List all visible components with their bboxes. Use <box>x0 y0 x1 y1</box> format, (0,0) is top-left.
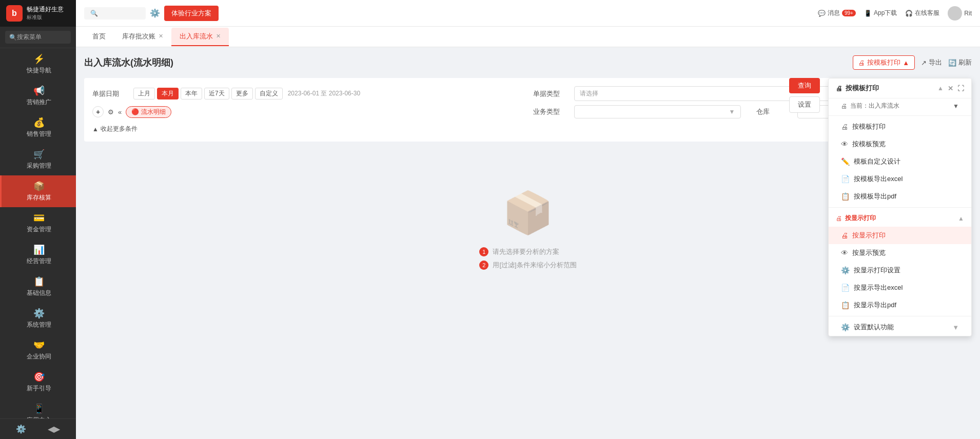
query-button[interactable]: 查询 <box>789 78 820 93</box>
topbar-right: 💬 消息 99+ 📱 App下载 🎧 在线客服 Rit <box>818 6 972 21</box>
sidebar-item-label: 企业协同 <box>27 352 51 361</box>
topbar: 🔍 ⚙️ 体验行业方案 💬 消息 99+ 📱 App下载 🎧 在线客服 <box>76 0 980 27</box>
print-chevron-up-icon: ▲ <box>903 59 909 67</box>
online-service-btn[interactable]: 🎧 在线客服 <box>905 9 939 17</box>
collapse-up-icon: ▲ <box>92 126 99 133</box>
sidebar-item-newbie[interactable]: 🎯 新手引导 <box>0 366 76 398</box>
display-export-excel-item[interactable]: 📄 按显示导出excel <box>829 279 971 296</box>
dropdown-close-icon[interactable]: ✕ <box>948 85 953 92</box>
display-print-item[interactable]: 🖨 按显示打印 <box>829 227 971 244</box>
export-button[interactable]: ↗ 导出 <box>921 58 942 67</box>
page-header: 出入库流水(流水明细) 🖨 按模板打印 ▲ ↗ 导出 🔄 刷新 <box>84 55 972 70</box>
divider-3 <box>829 316 971 316</box>
tab-flow[interactable]: 出入库流水 ✕ <box>171 28 229 46</box>
display-pdf-label: 按显示导出pdf <box>854 301 896 310</box>
sidebar-item-label: 快捷导航 <box>27 66 51 75</box>
biz-type-select[interactable]: ▼ <box>574 105 741 118</box>
sidebar-item-sales[interactable]: 💰 销售管理 <box>0 112 76 144</box>
finance-icon: 💳 <box>33 212 45 224</box>
appstore-icon: 📱 <box>33 403 45 414</box>
settings-bottom-icon[interactable]: ⚙️ <box>16 424 26 434</box>
tabs-bar: 首页 库存批次账 ✕ 出入库流水 ✕ <box>76 27 980 47</box>
sidebar-item-label: 经营管理 <box>27 257 51 266</box>
trial-button[interactable]: 体验行业方案 <box>164 6 219 21</box>
sidebar-bottom: ⚙️ ◀▶ <box>0 418 76 439</box>
sidebar-item-label: 库存核算 <box>27 193 51 202</box>
display-section-chevron[interactable]: ▲ <box>958 215 964 222</box>
collapse-sidebar-icon[interactable]: ◀▶ <box>48 424 60 434</box>
tab-home[interactable]: 首页 <box>84 28 114 46</box>
template-preview-item[interactable]: 👁 按模板预览 <box>829 135 971 153</box>
dropdown-expand-icon[interactable]: ⛶ <box>957 85 964 92</box>
refresh-button[interactable]: 🔄 刷新 <box>948 58 972 67</box>
print-dropdown-button[interactable]: 🖨 按模板打印 ▲ <box>853 55 915 70</box>
sidebar-search-area[interactable]: 🔍 搜索菜单 <box>0 27 76 48</box>
page-actions: 🖨 按模板打印 ▲ ↗ 导出 🔄 刷新 <box>853 55 972 70</box>
date-btn-last-month[interactable]: 上月 <box>133 88 155 99</box>
dropdown-collapse-icon[interactable]: ▲ <box>937 85 944 92</box>
print-header-icon: 🖨 <box>836 85 842 92</box>
display-section-icon: 🖨 <box>836 215 842 222</box>
template-print-item[interactable]: 🖨 按模板打印 <box>829 118 971 135</box>
print-dropdown-label: 按模板打印 <box>867 58 900 67</box>
sidebar-item-inventory[interactable]: 📦 库存核算 <box>0 175 76 207</box>
corp-icon: 🤝 <box>33 340 45 351</box>
template-export-pdf-item[interactable]: 📋 按模板导出pdf <box>829 188 971 205</box>
date-btn-this-year[interactable]: 本年 <box>181 88 202 99</box>
template-design-item[interactable]: ✏️ 模板自定义设计 <box>829 153 971 170</box>
default-func-item[interactable]: ⚙️ 设置默认功能 ▼ <box>829 318 971 336</box>
current-icon: 🖨 <box>841 103 847 110</box>
display-preview-item[interactable]: 👁 按显示预览 <box>829 244 971 262</box>
topbar-search[interactable]: 🔍 <box>84 7 146 19</box>
add-condition-button[interactable]: + <box>92 106 104 117</box>
page-content: 出入库流水(流水明细) 🖨 按模板打印 ▲ ↗ 导出 🔄 刷新 <box>76 47 980 439</box>
collapse-condition-icon[interactable]: « <box>118 108 122 116</box>
settings-condition-icon[interactable]: ⚙ <box>108 108 114 116</box>
main-area: 🔍 ⚙️ 体验行业方案 💬 消息 99+ 📱 App下载 🎧 在线客服 <box>76 0 980 439</box>
sidebar-item-corp[interactable]: 🤝 企业协同 <box>0 334 76 366</box>
display-export-pdf-item[interactable]: 📋 按显示导出pdf <box>829 296 971 314</box>
sidebar-item-system[interactable]: ⚙️ 系统管理 <box>0 303 76 334</box>
sidebar-item-appstore[interactable]: 📱 应用中心 <box>0 398 76 418</box>
sidebar-item-purchase[interactable]: 🛒 采购管理 <box>0 144 76 175</box>
date-btn-this-month[interactable]: 本月 <box>157 88 179 99</box>
topbar-gear-icon[interactable]: ⚙️ <box>150 8 160 18</box>
date-btn-custom[interactable]: 自定义 <box>255 88 283 99</box>
current-template-label: 🖨 当前：出入库流水 ▼ <box>829 98 971 113</box>
batch-tab-close-icon[interactable]: ✕ <box>159 33 163 39</box>
sidebar-item-label: 销售管理 <box>27 130 51 138</box>
empty-tip-1: 1 请先选择要分析的方案 <box>479 247 576 256</box>
page-title: 出入库流水(流水明细) <box>84 56 173 69</box>
display-excel-label: 按显示导出excel <box>854 283 903 292</box>
sidebar-item-marketing[interactable]: 📢 营销推广 <box>0 80 76 112</box>
template-preview-label: 按模板预览 <box>852 139 886 149</box>
search-menu-input[interactable]: 🔍 搜索菜单 <box>5 31 71 44</box>
default-func-label: 设置默认功能 <box>854 323 894 332</box>
phone-icon: 📱 <box>864 10 872 17</box>
current-template-text: 当前：出入库流水 <box>850 102 899 110</box>
sidebar-item-quicknav[interactable]: ⚡ 快捷导航 <box>0 48 76 80</box>
current-chevron-icon: ▼ <box>953 103 959 110</box>
user-profile-btn[interactable]: Rit <box>948 6 972 21</box>
settings-button[interactable]: 设置 <box>789 96 820 113</box>
default-func-arrow: ▼ <box>952 324 959 331</box>
sidebar-item-basic[interactable]: 📋 基础信息 <box>0 271 76 303</box>
template-export-excel-item[interactable]: 📄 按模板导出excel <box>829 170 971 188</box>
flow-tab-close-icon[interactable]: ✕ <box>216 33 221 39</box>
template-print-icon: 🖨 <box>841 123 848 131</box>
display-print-label: 按显示打印 <box>852 231 886 240</box>
date-btn-more[interactable]: 更多 <box>231 88 253 99</box>
template-excel-label: 按模板导出excel <box>854 174 903 184</box>
app-download-btn[interactable]: 📱 App下载 <box>864 9 897 17</box>
template-pdf-label: 按模板导出pdf <box>854 192 896 201</box>
display-settings-item[interactable]: ⚙️ 按显示打印设置 <box>829 262 971 279</box>
message-btn[interactable]: 💬 消息 99+ <box>818 9 856 17</box>
message-icon: 💬 <box>818 10 826 17</box>
batch-tab-label: 库存批次账 <box>122 32 155 41</box>
tab-batch[interactable]: 库存批次账 ✕ <box>114 28 171 46</box>
display-section-title: 按显示打印 <box>845 214 876 223</box>
filter-tag-liushuimingxi[interactable]: 🔴 流水明细 <box>126 106 171 118</box>
sidebar-item-finance[interactable]: 💳 资金管理 <box>0 207 76 239</box>
date-btn-7days[interactable]: 近7天 <box>204 88 229 99</box>
sidebar-item-operations[interactable]: 📊 经营管理 <box>0 239 76 271</box>
